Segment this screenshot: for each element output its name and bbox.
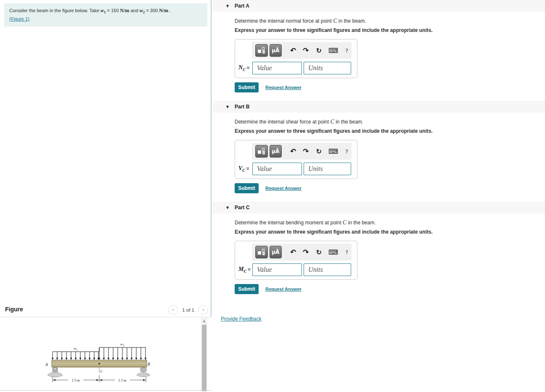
equation-toolbar: μÅ ↶ ↷ ↻ ⌨ ? — [252, 244, 352, 260]
w1-variable: w1 — [101, 8, 106, 13]
w2-unit: N/m — [159, 8, 168, 13]
part-b-answer-label: VC = — [238, 165, 252, 173]
label-b: B — [148, 362, 150, 366]
w2-variable: w2 — [140, 8, 145, 13]
units-template-button[interactable]: μÅ — [270, 44, 282, 57]
part-a-header[interactable]: ▼ Part A — [212, 0, 545, 12]
redo-icon[interactable]: ↷ — [303, 46, 309, 55]
label-c: C — [101, 369, 103, 374]
units-icon: μÅ — [272, 47, 279, 53]
units-template-button[interactable]: μÅ — [270, 145, 282, 158]
request-answer-link[interactable]: Request Answer — [265, 287, 302, 292]
part-c-header[interactable]: ▼ Part C — [212, 202, 545, 213]
dimension-left: 1.5 m — [71, 378, 80, 382]
request-answer-link[interactable]: Request Answer — [265, 186, 302, 191]
collapse-icon: ▼ — [226, 206, 231, 210]
part-a-instruction: Express your answer to three significant… — [235, 27, 545, 34]
reset-icon[interactable]: ↻ — [316, 47, 322, 55]
units-input[interactable] — [304, 62, 351, 74]
part-a-question: Determine the internal normal force at p… — [235, 18, 545, 24]
value-input[interactable] — [252, 62, 302, 74]
part-b-answer-module: μÅ ↶ ↷ ↻ ⌨ ? VC = — [235, 140, 357, 179]
intro-text-4: = 300 — [145, 8, 159, 13]
part-c-question: Determine the internal bending moment at… — [235, 219, 545, 226]
provide-feedback-link[interactable]: Provide Feedback — [221, 316, 262, 322]
reset-icon[interactable]: ↻ — [316, 147, 322, 155]
submit-button[interactable]: Submit — [235, 183, 259, 193]
units-template-button[interactable]: μÅ — [270, 246, 282, 258]
keyboard-icon[interactable]: ⌨ — [328, 147, 338, 155]
w1-load-label: w — [74, 346, 76, 350]
part-c-answer-module: μÅ ↶ ↷ ↻ ⌨ ? MC = — [235, 241, 357, 280]
undo-icon[interactable]: ↶ — [290, 46, 296, 55]
help-icon[interactable]: ? — [345, 148, 348, 155]
reset-icon[interactable]: ↻ — [316, 248, 322, 256]
math-c: C — [343, 219, 347, 226]
problem-statement: Consider the beam in the figure below. T… — [4, 3, 207, 26]
redo-icon[interactable]: ↷ — [303, 248, 309, 256]
templates-icon — [257, 47, 266, 54]
undo-icon[interactable]: ↶ — [290, 147, 296, 155]
math-c: C — [330, 118, 334, 125]
collapse-icon: ▼ — [226, 105, 231, 109]
figure-title: Figure — [5, 306, 23, 313]
submit-button[interactable]: Submit — [235, 82, 259, 92]
redo-icon[interactable]: ↷ — [303, 147, 309, 155]
roller-support-b — [140, 368, 146, 372]
part-b-question: Determine the internal shear force at po… — [235, 118, 545, 125]
equation-templates-button[interactable] — [255, 145, 268, 158]
figure-pagination: ‹ 1 of 1 › — [168, 305, 208, 315]
left-panel-bottom-border — [0, 390, 212, 391]
submit-button[interactable]: Submit — [235, 284, 259, 294]
part-a-title: Part A — [235, 3, 249, 9]
part-a-section: ▼ Part A Determine the internal normal f… — [212, 0, 545, 92]
collapse-icon: ▼ — [226, 4, 231, 8]
part-c-section: ▼ Part C Determine the internal bending … — [212, 202, 545, 294]
intro-text-5: . — [168, 8, 171, 13]
templates-icon — [257, 147, 266, 155]
part-b-title: Part B — [235, 104, 249, 110]
equation-templates-button[interactable] — [255, 44, 268, 57]
intro-text-2: = 150 — [106, 8, 120, 13]
units-icon: μÅ — [272, 249, 279, 255]
units-input[interactable] — [304, 163, 351, 175]
equation-templates-button[interactable] — [255, 246, 268, 258]
request-answer-link[interactable]: Request Answer — [265, 85, 302, 90]
figure-next-button[interactable]: › — [198, 305, 208, 315]
units-icon: μÅ — [272, 148, 279, 154]
undo-icon[interactable]: ↶ — [290, 248, 296, 256]
part-c-answer-label: MC = — [238, 266, 252, 274]
part-b-header[interactable]: ▼ Part B — [212, 101, 545, 113]
w1-unit: N/m — [120, 8, 129, 13]
figure-prev-button[interactable]: ‹ — [168, 305, 178, 315]
figure-viewport: w 1 w 2 C A B — [0, 317, 212, 392]
scrollbar-thumb[interactable] — [202, 325, 206, 391]
part-a-answer-module: μÅ ↶ ↷ ↻ ⌨ ? NC = — [235, 39, 357, 78]
equation-toolbar: μÅ ↶ ↷ ↻ ⌨ ? — [252, 143, 352, 160]
dimension-right: 1.5 m — [118, 378, 127, 382]
scroll-up-button[interactable]: ▲ — [201, 318, 207, 324]
label-a: A — [45, 363, 48, 367]
value-input[interactable] — [252, 163, 302, 175]
units-input[interactable] — [304, 263, 351, 276]
parts-panel: ▼ Part A Determine the internal normal f… — [212, 0, 545, 392]
intro-text-3: and — [129, 8, 139, 13]
help-icon[interactable]: ? — [345, 47, 348, 54]
figure-page-indicator: 1 of 1 — [182, 308, 194, 313]
figure-1-link[interactable]: (Figure 1) — [9, 16, 29, 21]
figure-scrollbar[interactable]: ▲ — [201, 318, 207, 392]
part-c-title: Part C — [235, 205, 249, 210]
keyboard-icon[interactable]: ⌨ — [328, 248, 338, 256]
help-icon[interactable]: ? — [345, 249, 348, 255]
figure-header: Figure ‹ 1 of 1 › — [0, 304, 212, 317]
keyboard-icon[interactable]: ⌨ — [328, 47, 338, 55]
beam-diagram: w 1 w 2 C A B — [36, 339, 162, 389]
part-a-answer-label: NC = — [238, 64, 252, 72]
w2-load-sub: 2 — [123, 344, 124, 347]
problem-panel: Consider the beam in the figure below. T… — [0, 0, 212, 392]
w2-load-label: w — [120, 342, 123, 346]
part-b-section: ▼ Part B Determine the internal shear fo… — [212, 101, 545, 193]
value-input[interactable] — [252, 263, 302, 276]
templates-icon — [257, 248, 266, 256]
w1-load-sub: 1 — [77, 348, 78, 351]
